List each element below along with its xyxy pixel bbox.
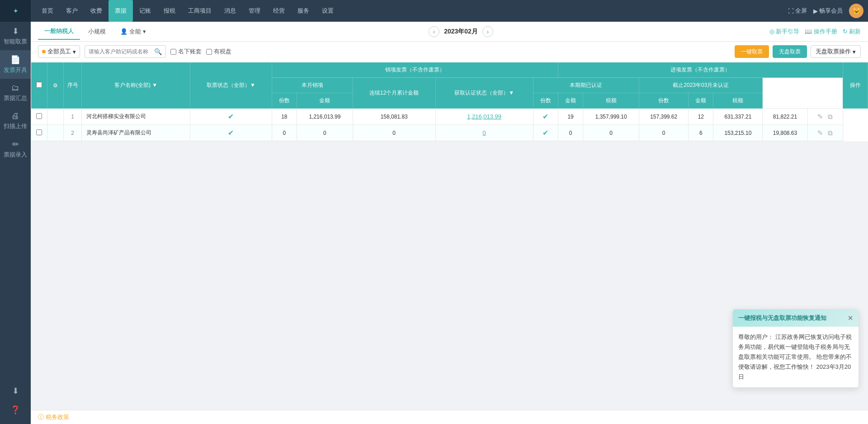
- row-actions: ✎ ⧉: [807, 109, 843, 125]
- row-checkbox[interactable]: [36, 113, 42, 119]
- th-sales-count: 份数: [272, 93, 297, 109]
- sidebar-item-issue-invoice[interactable]: 📄 发票开具: [0, 50, 31, 79]
- tax-disk-check[interactable]: [206, 49, 212, 55]
- sidebar-item-label: 扫描上传: [4, 122, 27, 130]
- sidebar-item-data-entry[interactable]: ✏ 票据录入: [0, 135, 31, 163]
- row-copy-btn[interactable]: ⧉: [828, 113, 833, 120]
- row-check[interactable]: [31, 109, 47, 125]
- row-input-tax: 0: [639, 125, 689, 141]
- notification-close-btn[interactable]: ✕: [848, 314, 853, 322]
- th-check: [31, 62, 47, 109]
- refresh-btn[interactable]: ↻ 刷新: [843, 28, 861, 36]
- nav-item-invoice[interactable]: 票据: [108, 0, 133, 22]
- filter-bar: 全部员工 ▾ 🔍 名下账套 有税盘 一键取票 无盘取票 无盘取票操作 ▾: [31, 42, 868, 62]
- tab-bar-right: ◎ 新手引导 📖 操作手册 ↻ 刷新: [769, 28, 861, 36]
- row-check[interactable]: [31, 125, 47, 141]
- sidebar-item-label: 票据汇总: [4, 94, 27, 102]
- row-uncert-tax: 19,808.63: [763, 125, 807, 141]
- tab-all[interactable]: 👤 全能 ▾: [114, 24, 152, 39]
- top-nav: 首页 客户 收费 票据 记账 报税 工商项目 消息 管理 经营 服务 设置 ⛶ …: [31, 0, 868, 22]
- row-setting: [47, 109, 64, 125]
- tab-general[interactable]: 一般纳税人: [38, 24, 80, 40]
- th-input-amount: 金额: [558, 93, 583, 109]
- sidebar-item-scan-upload[interactable]: 🖨 扫描上传: [0, 107, 31, 135]
- row-uncert-tax: 81,822.21: [763, 109, 807, 125]
- invoice-summary-icon: 🗂: [11, 83, 19, 93]
- th-uncert-tax: 税额: [713, 93, 763, 109]
- refresh-label: 刷新: [849, 28, 861, 35]
- tax-policy-label[interactable]: 税务政策: [46, 413, 69, 421]
- nav-item-customer[interactable]: 客户: [60, 0, 84, 22]
- row-fetch-status: ✔: [190, 125, 272, 141]
- row-edit-btn[interactable]: ✎: [817, 113, 823, 120]
- current-month: 2023年02月: [444, 28, 478, 36]
- th-sales-amount: 金额: [297, 93, 353, 109]
- search-input-wrap: 🔍: [85, 45, 166, 58]
- sidebar-item-download[interactable]: ⬇: [0, 381, 31, 400]
- tab-small[interactable]: 小规模: [82, 24, 112, 39]
- th-num: 序号: [64, 62, 82, 109]
- row-checkbox[interactable]: [36, 129, 42, 135]
- no-disk-fetch-btn[interactable]: 无盘取票: [773, 45, 807, 58]
- no-disk-ops-dropdown-icon: ▾: [853, 48, 856, 55]
- manual-btn[interactable]: 📖 操作手册: [805, 28, 837, 36]
- no-disk-ops-btn[interactable]: 无盘取票操作 ▾: [811, 45, 861, 58]
- nav-item-operation[interactable]: 经营: [267, 0, 291, 22]
- prev-month-btn[interactable]: ‹: [429, 26, 439, 37]
- row-edit-btn[interactable]: ✎: [817, 129, 823, 137]
- tax-disk-checkbox[interactable]: 有税盘: [206, 48, 231, 56]
- sub-account-checkbox[interactable]: 名下账套: [170, 48, 202, 56]
- nav-item-home[interactable]: 首页: [35, 0, 60, 22]
- employee-select[interactable]: 全部员工 ▾: [38, 45, 80, 58]
- refresh-icon: ↻: [843, 28, 848, 35]
- nav-item-accounting[interactable]: 记账: [133, 0, 157, 22]
- data-entry-icon: ✏: [12, 139, 19, 149]
- issue-invoice-icon: 📄: [10, 55, 20, 65]
- cumulative-link[interactable]: 0: [483, 129, 486, 136]
- fetch-status-icon: ✔: [228, 113, 234, 120]
- tab-bar: 一般纳税人 小规模 👤 全能 ▾ ‹ 2023年02月 › ◎ 新手引导: [31, 22, 868, 42]
- row-fetch-status: ✔: [190, 109, 272, 125]
- new-guide-btn[interactable]: ◎ 新手引导: [769, 28, 799, 36]
- sidebar-item-invoice-summary[interactable]: 🗂 票据汇总: [0, 79, 31, 107]
- sub-account-check[interactable]: [170, 49, 176, 55]
- select-all-checkbox[interactable]: [36, 82, 42, 88]
- avatar[interactable]: 🐱: [849, 4, 863, 18]
- nav-item-message[interactable]: 消息: [218, 0, 242, 22]
- nav-item-collection[interactable]: 收费: [84, 0, 108, 22]
- th-input-group: 进项发票（不含作废票）: [558, 62, 843, 78]
- manual-label: 操作手册: [814, 28, 837, 35]
- cumulative-link[interactable]: 1,216,013.99: [467, 113, 501, 120]
- th-sales-group: 销项发票（不含作废票）: [272, 62, 558, 78]
- sidebar-item-help[interactable]: ❓: [0, 400, 31, 419]
- fullscreen-btn[interactable]: ⛶ 全屏: [788, 7, 807, 15]
- th-cert-status-header: 获取认证状态（全部）▼: [435, 78, 533, 109]
- row-cert-status: ✔: [533, 109, 558, 125]
- nav-item-management[interactable]: 管理: [242, 0, 267, 22]
- search-input[interactable]: [89, 48, 154, 55]
- tax-disk-label: 有税盘: [214, 48, 231, 56]
- one-click-fetch-btn[interactable]: 一键取票: [735, 45, 769, 58]
- tab-all-dropdown-icon: ▾: [143, 28, 146, 35]
- th-input-certified: 本期期已认证: [533, 78, 639, 93]
- nav-item-tax[interactable]: 报税: [157, 0, 182, 22]
- fetch-status-icon: ✔: [228, 129, 234, 137]
- sidebar-item-smart-fetch[interactable]: ⬇ 智能取票: [0, 22, 31, 50]
- row-cert-status: ✔: [533, 125, 558, 141]
- th-setting: ⚙: [47, 62, 64, 109]
- row-input-tax: 157,399.62: [639, 109, 689, 125]
- row-copy-btn[interactable]: ⧉: [828, 129, 833, 137]
- row-input-count: 19: [558, 109, 583, 125]
- search-btn[interactable]: 🔍: [154, 48, 162, 55]
- nav-item-business[interactable]: 工商项目: [182, 0, 218, 22]
- notification-popup: 一键报税与无盘取票功能恢复通知 ✕ 尊敬的用户： 江苏政务网已恢复访问电子税务局…: [732, 309, 859, 388]
- next-month-btn[interactable]: ›: [482, 26, 493, 37]
- nav-item-service[interactable]: 服务: [291, 0, 316, 22]
- nav-item-settings[interactable]: 设置: [316, 0, 340, 22]
- row-sales-tax: 0: [353, 125, 435, 141]
- sidebar-item-label: 发票开具: [4, 66, 27, 74]
- tab-all-label: 全能: [129, 28, 141, 36]
- member-btn[interactable]: ▶ 畅享会员: [813, 7, 843, 15]
- row-actions: ✎ ⧉: [807, 125, 843, 141]
- row-input-amount: 1,357,999.10: [583, 109, 639, 125]
